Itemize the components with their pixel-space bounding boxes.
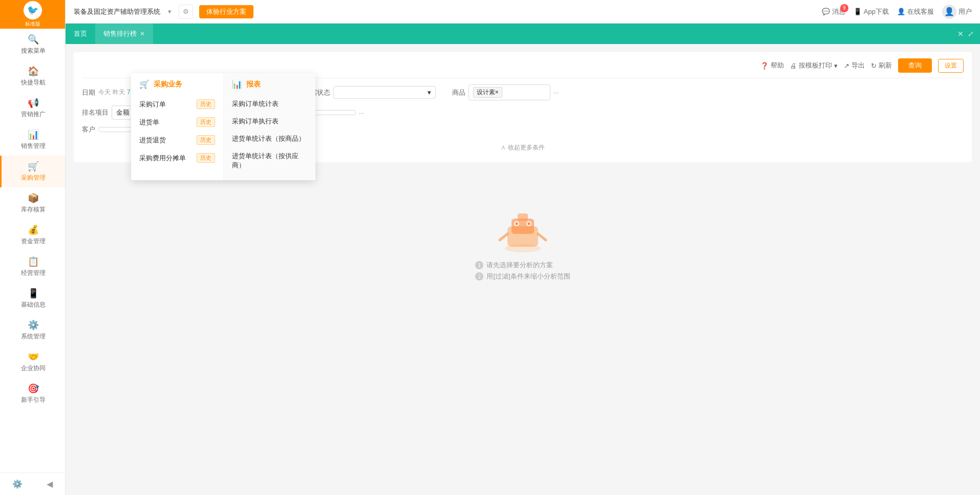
goods-more-dots[interactable]: ··· — [553, 89, 559, 96]
phone-icon: 📱 — [854, 8, 862, 15]
empty-state: 1 请先选择要分析的方案 2 用[过滤]条件来缩小分析范围 — [74, 166, 972, 320]
enterprise-icon: 🤝 — [28, 351, 39, 362]
dropdown-item-report-0[interactable]: 采购订单统计表 — [232, 95, 308, 113]
sales-icon: 📊 — [28, 129, 39, 140]
sidebar-item-nav[interactable]: 🏠 快捷导航 — [0, 60, 65, 92]
dropdown-menu: 🛒 采购业务 采购订单 历史 进货单 历史 进货退货 历史 — [131, 73, 315, 180]
svg-rect-3 — [518, 213, 528, 221]
sidebar-item-label: 系统管理 — [21, 332, 46, 341]
user-btn[interactable]: 👤 用户 — [942, 5, 972, 19]
sidebar-item-inventory[interactable]: 📦 库存核算 — [0, 187, 65, 219]
empty-illustration — [492, 203, 553, 254]
sidebar-item-label: 资金管理 — [21, 237, 46, 246]
sidebar-footer: ⚙️ ◀ — [0, 472, 65, 495]
sidebar-item-sales[interactable]: 📊 销售管理 — [0, 124, 65, 156]
dropdown-item-inbound[interactable]: 进货单 历史 — [139, 113, 215, 131]
sidebar-item-label: 基础信息 — [21, 300, 46, 309]
tab-close-btn[interactable]: ✕ — [140, 30, 145, 37]
goods-tag: 设计素× — [473, 87, 502, 98]
settings-btn[interactable]: 设置 — [938, 59, 964, 73]
sidebar-item-purchase[interactable]: 🛒 采购管理 — [0, 156, 65, 187]
sidebar-item-enterprise[interactable]: 🤝 企业协同 — [0, 346, 65, 378]
svg-line-9 — [538, 234, 546, 240]
customer-label: 客户 — [82, 125, 95, 134]
tab-sales-ranking[interactable]: 销售排行榜 ✕ — [95, 24, 153, 44]
refresh-btn[interactable]: ↻ 刷新 — [871, 61, 892, 70]
guide-icon: 🎯 — [28, 383, 39, 394]
online-service-btn[interactable]: 👤 在线客服 — [897, 7, 934, 16]
industry-btn[interactable]: 体验行业方案 — [199, 5, 253, 18]
empty-svg — [492, 203, 553, 254]
goods-input[interactable]: 设计素× — [468, 84, 550, 100]
export-btn[interactable]: ↗ 导出 — [844, 61, 865, 70]
salesman-more-dots[interactable]: ··· — [359, 109, 365, 117]
goods-label: 商品 — [452, 88, 465, 97]
report-section: 📊 报表 采购订单统计表 采购订单执行表 进货单统计表（按商品） 进货单统计表（… — [223, 73, 316, 180]
collapse-footer-btn[interactable]: ◀ — [47, 479, 53, 489]
tab-window-controls: ✕ ⤢ — [951, 30, 980, 38]
logo-text: 标准版 — [25, 20, 40, 28]
logo-icon: 🐦 — [24, 1, 42, 19]
message-icon: 💬 — [822, 8, 830, 15]
dropdown-item-inbound-return[interactable]: 进货退货 历史 — [139, 131, 215, 149]
date-preset-yesterday[interactable]: 昨天 — [113, 88, 125, 97]
tab-sales-label: 销售排行榜 — [103, 29, 137, 38]
date-preset-today[interactable]: 今天 — [98, 88, 111, 97]
history-badge-0: 历史 — [197, 99, 215, 109]
dropdown-item-purchase-order[interactable]: 采购订单 历史 — [139, 95, 215, 113]
sidebar-item-search[interactable]: 🔍 搜索菜单 — [0, 29, 65, 60]
sidebar-item-label: 营销推广 — [21, 110, 46, 119]
sidebar-item-label: 搜索菜单 — [21, 47, 46, 55]
report-section-title: 📊 报表 — [232, 79, 308, 89]
home-icon: 🏠 — [28, 66, 39, 77]
goods-filter: 商品 设计素× ··· — [452, 84, 559, 100]
sidebar-item-finance[interactable]: 💰 资金管理 — [0, 219, 65, 251]
empty-step-1: 1 请先选择要分析的方案 — [475, 261, 570, 270]
username: 用户 — [958, 7, 972, 16]
notification-btn[interactable]: 💬 App下载 消息 9 — [822, 7, 845, 16]
history-badge-1: 历史 — [197, 117, 215, 127]
export-icon: ↗ — [844, 62, 849, 70]
history-badge-3: 历史 — [197, 153, 215, 163]
sidebar-item-marketing[interactable]: 📢 营销推广 — [0, 92, 65, 124]
sidebar: 🐦 标准版 🔍 搜索菜单 🏠 快捷导航 📢 营销推广 📊 销售管理 🛒 — [0, 0, 66, 495]
rank-label: 排名项目 — [82, 108, 109, 117]
sidebar-item-operations[interactable]: 📋 经营管理 — [0, 251, 65, 283]
sidebar-item-guide[interactable]: 🎯 新手引导 — [0, 378, 65, 410]
sidebar-item-basic-info[interactable]: 📱 基础信息 — [0, 283, 65, 314]
app-download-btn[interactable]: 📱 App下载 — [854, 7, 889, 16]
template-print-btn[interactable]: 🖨 按模板打印 ▾ — [790, 61, 838, 70]
purchase-section-title: 🛒 采购业务 — [139, 79, 215, 89]
header-settings-btn[interactable]: ⚙ — [179, 5, 193, 19]
sidebar-item-label: 新手引导 — [21, 396, 46, 404]
refresh-icon: ↻ — [871, 62, 877, 70]
notification-badge: 9 — [840, 4, 848, 12]
svg-point-7 — [528, 223, 530, 225]
settings-footer-btn[interactable]: ⚙️ — [12, 479, 23, 489]
sidebar-item-label: 快捷导航 — [21, 78, 46, 87]
main-area: 装备及固定资产辅助管理系统 ▾ ⚙ 体验行业方案 💬 App下载 消息 9 📱 … — [66, 0, 980, 495]
dropdown-item-report-1[interactable]: 采购订单执行表 — [232, 113, 308, 130]
purchase-section: 🛒 采购业务 采购订单 历史 进货单 历史 进货退货 历史 — [131, 73, 223, 180]
finance-icon: 💰 — [28, 224, 39, 235]
query-btn[interactable]: 查询 — [898, 58, 932, 73]
maximize-window-btn[interactable]: ⤢ — [968, 30, 974, 38]
sidebar-item-system[interactable]: ⚙️ 系统管理 — [0, 314, 65, 346]
tab-home-label: 首页 — [74, 29, 87, 38]
help-btn[interactable]: ❓ 帮助 — [760, 61, 784, 70]
status-input[interactable]: ▾ — [333, 86, 436, 99]
svg-point-6 — [516, 223, 518, 225]
dropdown-item-report-3[interactable]: 进货单统计表（按供应商） — [232, 147, 308, 174]
tab-home[interactable]: 首页 — [66, 24, 95, 44]
empty-step-2: 2 用[过滤]条件来缩小分析范围 — [475, 272, 570, 281]
close-window-btn[interactable]: ✕ — [957, 30, 964, 38]
tab-bar: 首页 销售排行榜 ✕ ✕ ⤢ — [66, 24, 980, 44]
purchase-icon: 🛒 — [28, 161, 39, 172]
sidebar-logo: 🐦 标准版 — [0, 0, 65, 29]
header-actions: 💬 App下载 消息 9 📱 App下载 👤 在线客服 👤 用户 — [822, 5, 972, 19]
dropdown-item-report-2[interactable]: 进货单统计表（按商品） — [232, 130, 308, 147]
dropdown-item-purchase-expense[interactable]: 采购费用分摊单 历史 — [139, 149, 215, 167]
status-filter: 单据状态 ▾ — [304, 86, 436, 99]
header-dropdown-btn[interactable]: ▾ — [164, 7, 175, 17]
svg-rect-2 — [512, 219, 534, 234]
